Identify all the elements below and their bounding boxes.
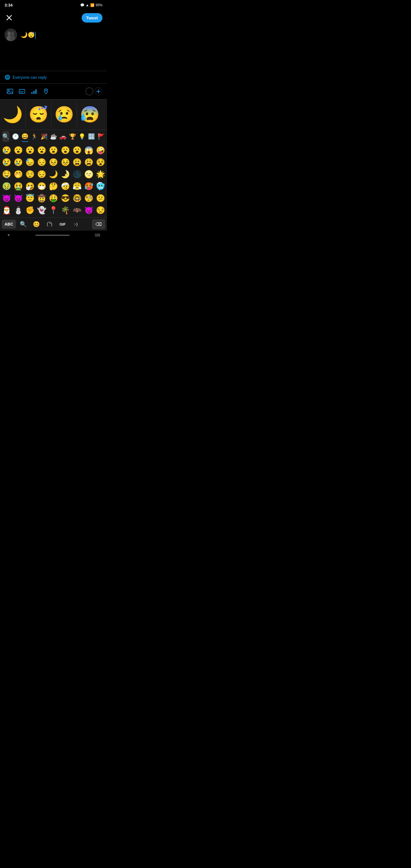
emoji-suggestion-sleepy-worried[interactable]: 😰 [77, 102, 103, 127]
emoji-cell[interactable]: 😈 [12, 192, 24, 204]
emoji-cell[interactable]: 😎 [59, 192, 71, 204]
emoji-cell[interactable]: 😒 [95, 204, 106, 216]
keyboard-collapse[interactable]: ▼ [7, 233, 10, 237]
chevron-down-icon: ▼ [7, 233, 10, 237]
emoji-cell[interactable]: 🤓 [71, 192, 83, 204]
emoji-cell[interactable]: 😮 [36, 144, 48, 156]
tweet-input-area[interactable]: 🌙😴 [21, 29, 102, 67]
emoji-cell[interactable]: 😮 [24, 144, 36, 156]
category-people[interactable]: 🏃 [31, 131, 38, 142]
add-tweet-button[interactable] [94, 87, 102, 95]
emoji-cell[interactable]: 😮 [59, 144, 71, 156]
svg-rect-13 [35, 89, 36, 94]
emoji-cell[interactable]: 😢 [12, 156, 24, 168]
emoji-cell[interactable]: 😣 [48, 156, 59, 168]
tweet-emoji-content: 🌙😴 [21, 32, 35, 38]
emoji-cell[interactable]: 😓 [24, 156, 36, 168]
emoji-cell[interactable]: 🌝 [83, 168, 95, 180]
emoji-cell[interactable]: 👿 [1, 192, 12, 204]
delete-button[interactable]: ⌫ [92, 219, 105, 229]
location-button[interactable] [40, 86, 51, 97]
gif-button[interactable]: GIF [17, 86, 27, 97]
emoji-cell[interactable]: 😮 [71, 144, 83, 156]
emoji-cell[interactable]: 😮 [48, 144, 59, 156]
emoji-cell[interactable]: 🤢 [1, 180, 12, 192]
emoji-cell[interactable]: 😱 [83, 144, 95, 156]
poll-button[interactable] [29, 86, 39, 97]
emoji-cell[interactable]: 🌙 [48, 168, 59, 180]
emoji-suggestion-sleepy[interactable]: 😴 [26, 102, 51, 127]
category-recent[interactable]: 🕐 [12, 131, 19, 142]
category-symbols2[interactable]: 🔣 [88, 131, 95, 142]
emoji-cell[interactable]: 😮 [12, 144, 24, 156]
emoji-cell[interactable]: 🌑 [71, 168, 83, 180]
emoji-cell[interactable]: 🤧 [24, 180, 36, 192]
emoji-cell[interactable]: 🤑 [48, 192, 59, 204]
signal-icon: 📶 [90, 3, 94, 7]
wifi-icon: ▲ [86, 3, 89, 7]
emoji-cell[interactable]: 🤠 [36, 192, 48, 204]
sticker-button[interactable]: 🔍 [17, 219, 29, 229]
reply-permission[interactable]: 🌐 Everyone can reply [0, 71, 107, 83]
emoji-cell[interactable]: 😇 [24, 192, 36, 204]
category-travel[interactable]: 🚗 [59, 131, 66, 142]
emoji-cell[interactable]: 😷 [36, 180, 48, 192]
emoji-cell[interactable]: 🥵 [83, 180, 95, 192]
emoji-cell[interactable]: 😕 [95, 192, 106, 204]
emoji-cell[interactable]: 👻 [36, 204, 48, 216]
emoticon-button[interactable]: :-) [70, 219, 82, 229]
keyboard-category-bar: 🔍 🕐 😀 🏃 🎉 ☕ 🚗 🏆 💡 🔣 🚩 [0, 130, 107, 143]
emoji-cell[interactable]: 🤔 [48, 180, 59, 192]
emoji-cell[interactable]: 😢 [1, 156, 12, 168]
emoji-cell[interactable]: 😢 [1, 144, 12, 156]
gif-keyboard-button[interactable]: GIF [57, 219, 68, 229]
emoji-cell[interactable]: 😔 [36, 168, 48, 180]
emoji-cell[interactable]: 🤮 [12, 180, 24, 192]
tweet-button[interactable]: Tweet [82, 13, 102, 23]
emoji-cell[interactable]: 🌴 [59, 204, 71, 216]
emoji-cell[interactable]: 🌟 [95, 168, 106, 180]
emoji-cell[interactable]: 📍 [48, 204, 59, 216]
emoji-cell[interactable]: 🤤 [1, 168, 12, 180]
category-search[interactable]: 🔍 [2, 131, 9, 142]
emoji-cell[interactable]: 🤕 [59, 180, 71, 192]
emoji-cell[interactable]: 🧐 [83, 192, 95, 204]
emoji-button[interactable]: 😊 [30, 219, 42, 229]
category-food[interactable]: ☕ [50, 131, 57, 142]
emoji-keyboard: 🔍 🕐 😀 🏃 🎉 ☕ 🚗 🏆 💡 🔣 🚩 😢 😮 😮 😮 😮 😮 😮 😱 🤪 … [0, 130, 107, 231]
keyboard-switch[interactable]: ⌨ [95, 233, 100, 237]
category-smileys[interactable]: 😀 [22, 131, 29, 142]
category-symbols[interactable]: 💡 [78, 131, 86, 142]
emoji-cell[interactable]: 😌 [24, 168, 36, 180]
category-activities[interactable]: 🎉 [40, 131, 48, 142]
emoji-cell[interactable]: 🦇 [71, 204, 83, 216]
emoji-cell[interactable]: 😵 [95, 156, 106, 168]
emoji-cell[interactable]: ✊ [24, 204, 36, 216]
text-cursor [35, 32, 36, 38]
emoji-cell[interactable]: 🌛 [59, 168, 71, 180]
emoji-cell[interactable]: ⛄ [12, 204, 24, 216]
svg-text:GIF: GIF [20, 91, 23, 93]
abc-button[interactable]: ABC [2, 220, 16, 229]
emoji-cell[interactable]: 🎅 [1, 204, 12, 216]
emoji-cell[interactable]: 🤪 [95, 144, 106, 156]
kaomoji-button[interactable]: ( ͡°) [43, 219, 55, 229]
emoji-cell[interactable]: 😩 [83, 156, 95, 168]
emoji-cell[interactable]: 😤 [71, 180, 83, 192]
emoji-cell[interactable]: 😈 [83, 204, 95, 216]
emoji-cell[interactable]: 😣 [59, 156, 71, 168]
compose-area: 🌙😴 [0, 25, 107, 71]
emoji-suggestion-cry-sleepy[interactable]: 😢 [51, 102, 77, 127]
character-counter [85, 87, 93, 95]
category-objects[interactable]: 🏆 [69, 131, 76, 142]
category-flags[interactable]: 🚩 [98, 131, 105, 142]
emoji-cell[interactable]: 😩 [71, 156, 83, 168]
emoji-cell[interactable]: 🥶 [95, 180, 106, 192]
emoji-cell[interactable]: 🤭 [12, 168, 24, 180]
emoji-suggestion-moon[interactable]: 🌙 [0, 102, 26, 127]
image-button[interactable] [5, 86, 15, 97]
close-button[interactable] [5, 13, 14, 22]
keyboard-icon: ⌨ [95, 233, 100, 237]
svg-point-14 [45, 90, 46, 91]
emoji-cell[interactable]: 😔 [36, 156, 48, 168]
